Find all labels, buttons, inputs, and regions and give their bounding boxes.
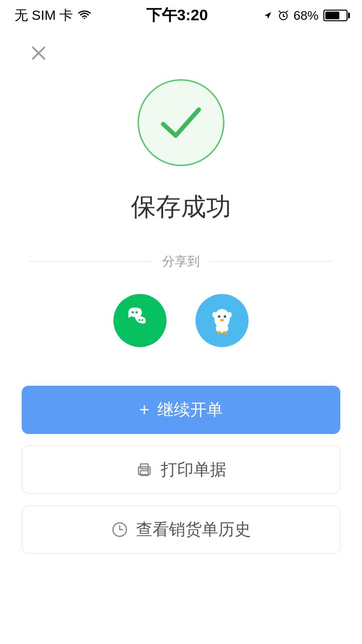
history-icon [111, 521, 128, 538]
svg-line-3 [279, 11, 280, 12]
svg-point-13 [215, 309, 229, 326]
share-label: 分享到 [153, 253, 209, 270]
action-buttons: + 继续开单 打印单据 查看销货单历史 [22, 386, 340, 554]
battery-icon [323, 10, 348, 21]
success-circle [138, 79, 224, 166]
print-button[interactable]: 打印单据 [22, 446, 340, 494]
share-divider: 分享到 [0, 253, 362, 270]
continue-button[interactable]: + 继续开单 [22, 386, 340, 434]
svg-point-27 [147, 469, 149, 471]
alarm-icon [278, 10, 289, 21]
status-bar: 无 SIM 卡 下午3:20 68% [0, 0, 362, 31]
qq-logo [207, 305, 238, 336]
wechat-logo [125, 308, 156, 334]
time-display: 下午3:20 [146, 5, 208, 26]
print-label: 打印单据 [161, 459, 226, 481]
share-icons-container [113, 294, 249, 347]
svg-point-8 [131, 311, 134, 313]
status-right: 68% [263, 8, 348, 23]
svg-point-10 [139, 319, 140, 321]
svg-point-23 [223, 331, 227, 334]
status-left: 无 SIM 卡 [14, 6, 91, 25]
main-content: 保存成功 分享到 [0, 31, 362, 554]
share-qq-button[interactable] [195, 294, 249, 347]
svg-point-22 [217, 331, 222, 334]
svg-point-19 [212, 312, 216, 318]
continue-label: 继续开单 [157, 399, 223, 421]
sim-status: 无 SIM 卡 [14, 6, 73, 25]
print-icon [136, 461, 153, 478]
continue-icon: + [139, 400, 149, 420]
svg-point-16 [218, 315, 220, 317]
svg-point-17 [224, 315, 225, 317]
history-button[interactable]: 查看销货单历史 [22, 505, 340, 554]
checkmark-icon [159, 106, 203, 140]
close-icon [30, 44, 47, 62]
close-button[interactable] [24, 39, 53, 68]
location-icon [263, 10, 273, 21]
history-label: 查看销货单历史 [136, 518, 251, 541]
share-wechat-button[interactable] [113, 294, 167, 347]
divider-line-right [209, 261, 333, 262]
divider-line-left [29, 261, 153, 262]
svg-point-9 [135, 311, 138, 313]
svg-point-20 [228, 312, 232, 318]
wifi-icon [78, 10, 91, 21]
svg-point-18 [220, 319, 224, 321]
battery-percent: 68% [293, 8, 319, 23]
svg-point-11 [141, 319, 143, 321]
success-title: 保存成功 [131, 190, 231, 224]
svg-line-4 [286, 11, 288, 12]
